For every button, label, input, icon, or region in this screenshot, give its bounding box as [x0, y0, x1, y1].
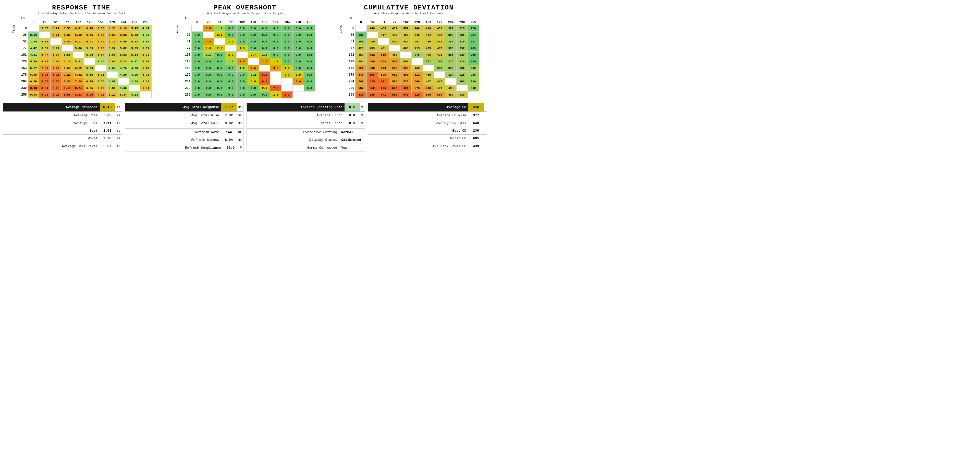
- matrix-cell: 460: [423, 72, 434, 78]
- matrix-cell: 1.8: [248, 78, 259, 85]
- matrix-cell: 457: [400, 25, 411, 32]
- matrix-cell: 5.32: [129, 38, 140, 45]
- matrix-cell: 401: [434, 52, 445, 58]
- matrix-cell: 0.0: [248, 32, 259, 38]
- matrix-header-77: 77: [62, 20, 73, 25]
- matrix-cell: 5.71: [50, 45, 62, 52]
- matrix-cell: 2.7: [225, 52, 237, 58]
- from-label-cell: 255: [344, 91, 355, 98]
- matrix-cell: 7.6: [270, 85, 282, 91]
- matrix-header-102: 102: [237, 20, 248, 25]
- matrix-cell: 425: [355, 45, 366, 52]
- matrix-cell: 5.63: [118, 52, 129, 58]
- matrix-header-179: 179: [107, 20, 118, 25]
- matrix-cell: [62, 45, 73, 52]
- matrix-header-230: 230: [456, 20, 468, 25]
- matrix-cell: 6.58: [73, 32, 84, 38]
- matrix-cell: 0.0: [248, 45, 259, 52]
- matrix-cell: 0.0: [293, 52, 304, 58]
- matrix-cell: 413: [434, 38, 445, 45]
- matrix-cell: 4.98: [140, 38, 151, 45]
- matrix-cell: 5.58: [62, 52, 73, 58]
- matrix-cell: 428: [389, 38, 400, 45]
- matrix-cell: 8.88: [50, 85, 62, 91]
- matrix-cell: 5.34: [118, 91, 129, 98]
- matrix-cell: 360: [468, 85, 479, 91]
- matrix-cell: 671: [378, 91, 389, 98]
- matrix-cell: 6.59: [62, 25, 73, 32]
- matrix-header-26: 26: [366, 20, 378, 25]
- matrix-cell: 579: [378, 65, 389, 72]
- matrix-cell: 6.17: [73, 38, 84, 45]
- cd-avg-unit: [484, 103, 487, 112]
- matrix-cell: [304, 91, 315, 98]
- matrix-cell: 4.49: [118, 72, 129, 78]
- matrix-cell: 337: [456, 45, 468, 52]
- matrix-cell: [129, 85, 140, 91]
- refresh-compliance-label: Refresh Compliance: [125, 146, 223, 150]
- table-row: 77425489491405415425407385337289: [344, 45, 479, 52]
- matrix-cell: 6.21: [50, 32, 62, 38]
- matrix-cell: 5.18: [140, 65, 151, 72]
- matrix-cell: [107, 72, 118, 78]
- worst-error-label: Worst Error: [247, 121, 345, 125]
- po-to-label: To: [185, 16, 189, 20]
- matrix-cell: 455: [378, 25, 389, 32]
- matrix-cell: 6.23: [95, 85, 107, 91]
- matrix-cell: 6.09: [95, 45, 107, 52]
- matrix-cell: [225, 45, 237, 52]
- table-row: 2556.949.239.268.958.838.297.166.115.344…: [17, 91, 151, 98]
- rt-from-label-container: From: [11, 20, 17, 33]
- matrix-cell: 5.97: [107, 45, 118, 52]
- matrix-cell: 6.78: [84, 25, 95, 32]
- matrix-cell: 2.6: [259, 85, 270, 91]
- matrix-cell: 522: [355, 65, 366, 72]
- matrix-cell: 537: [355, 85, 366, 91]
- matrix-header-51: 51: [214, 20, 225, 25]
- matrix-header-204: 204: [118, 20, 129, 25]
- matrix-cell: 5.86: [73, 45, 84, 52]
- matrix-cell: [389, 45, 400, 52]
- matrix-cell: 1.1: [214, 25, 225, 32]
- matrix-cell: 520: [400, 65, 411, 72]
- rt-avg-rise-value: 5.65: [100, 113, 115, 117]
- matrix-cell: 595: [378, 72, 389, 78]
- matrix-cell: 316: [468, 72, 479, 78]
- matrix-cell: 4.76: [118, 65, 129, 72]
- matrix-cell: 6.69: [50, 58, 62, 65]
- matrix-cell: 6.1: [259, 78, 270, 85]
- matrix-cell: 6.81: [73, 25, 84, 32]
- po-from-label-container: From: [175, 20, 180, 33]
- cd-fall-label: Average CD Fall: [368, 121, 468, 125]
- rt-worst-unit: ms: [115, 137, 122, 140]
- cd-dark-row: Avg Dark Level CD 439: [368, 142, 487, 150]
- matrix-cell: 4.35: [129, 72, 140, 78]
- matrix-cell: 1.6: [203, 45, 214, 52]
- table-row: 102459532515480375405401385339295: [344, 52, 479, 58]
- matrix-cell: 4.93: [140, 32, 151, 38]
- matrix-cell: 405: [423, 52, 434, 58]
- matrix-cell: 5.66: [107, 52, 118, 58]
- matrix-cell: 5.39: [28, 58, 39, 65]
- table-row: 513.655.336.486.176.416.386.165.995.324.…: [17, 38, 151, 45]
- table-row: 1530.00.00.00.01.24.63.51.90.00.0: [180, 65, 315, 72]
- matrix-cell: 0.0: [259, 25, 270, 32]
- cd-rise-value: 377: [468, 113, 484, 117]
- matrix-cell: 407: [434, 45, 445, 52]
- from-label-cell: 204: [180, 78, 192, 85]
- matrix-cell: 4.73: [129, 65, 140, 72]
- matrix-header-26: 26: [203, 20, 214, 25]
- po-matrix: 026517710212815317920423025503.81.10.00.…: [180, 20, 315, 98]
- table-row: 204567625611596573546497447303334: [344, 78, 479, 85]
- matrix-cell: 1.2: [259, 52, 270, 58]
- rt-avg-fall-label: Average Fall: [3, 121, 100, 125]
- matrix-cell: 4.23: [129, 91, 140, 98]
- matrix-cell: 5.83: [84, 45, 95, 52]
- matrix-cell: 0.0: [304, 85, 315, 91]
- matrix-cell: 2.1: [214, 32, 225, 38]
- from-label-cell: 51: [17, 38, 28, 45]
- ig-rate-row: Inverse Ghosting Rate 0.0 %: [247, 103, 365, 112]
- cd-dark-value: 439: [468, 144, 484, 148]
- matrix-cell: 0.0: [225, 25, 237, 32]
- matrix-cell: 328: [456, 25, 468, 32]
